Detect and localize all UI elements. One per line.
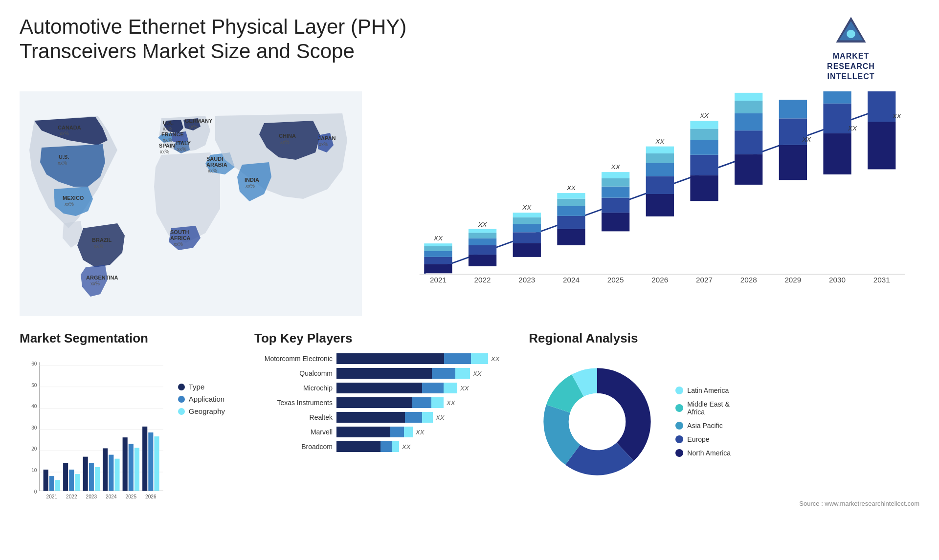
svg-text:XX: XX (744, 91, 754, 93)
svg-rect-16 (469, 233, 496, 238)
player-realtek-name: Realtek (254, 413, 333, 421)
svg-rect-68 (823, 104, 851, 133)
page-title: Automotive Ethernet Physical Layer (PHY)… (20, 15, 460, 64)
regional-dot-northam (675, 449, 683, 457)
regional-label-europe: Europe (687, 435, 709, 443)
svg-rect-112 (142, 427, 147, 491)
svg-rect-106 (114, 459, 119, 491)
svg-point-122 (569, 394, 626, 451)
player-texas-bar: XX (336, 397, 455, 408)
player-qualcomm-name: Qualcomm (254, 369, 333, 377)
saudi-label: SAUDI (206, 156, 223, 162)
svg-rect-44 (646, 153, 674, 163)
regional-label-apac: Asia Pacific (687, 422, 722, 430)
svg-rect-51 (690, 129, 718, 140)
svg-rect-43 (646, 163, 674, 176)
player-texas-value: XX (447, 399, 455, 407)
regional-title: Regional Analysis (529, 331, 919, 346)
southafrica-value: xx% (174, 241, 183, 247)
svg-rect-56 (735, 131, 762, 155)
player-qualcomm: Qualcomm XX (254, 368, 499, 379)
india-label: INDIA (245, 177, 259, 183)
svg-rect-105 (109, 455, 113, 491)
header: Automotive Ethernet Physical Layer (PHY)… (20, 15, 919, 82)
svg-text:50: 50 (31, 383, 37, 388)
player-marvell-name: Marvell (254, 428, 333, 436)
page-container: Automotive Ethernet Physical Layer (PHY)… (0, 0, 939, 560)
svg-rect-92 (44, 470, 48, 491)
svg-rect-42 (646, 176, 674, 194)
player-qualcomm-bar-visual (336, 368, 470, 379)
players-list: Motorcomm Electronic XX Qualcomm (254, 353, 499, 452)
regional-container: Regional Analysis (509, 331, 919, 517)
svg-rect-93 (49, 476, 54, 491)
svg-rect-97 (69, 470, 74, 491)
source-text: Source : www.marketresearchintellect.com (529, 500, 919, 507)
svg-text:2030: 2030 (829, 276, 846, 284)
regional-dot-latin (675, 387, 683, 394)
svg-rect-114 (154, 437, 159, 491)
player-motorcomm-value: XX (491, 355, 499, 363)
svg-rect-52 (690, 121, 718, 129)
mexico-value: xx% (65, 201, 74, 207)
legend-type: Type (178, 383, 225, 391)
player-microchip-value: XX (460, 385, 469, 392)
bar-chart-svg: 2021 XX 2022 XX 2023 XX (386, 91, 919, 297)
japan-label: JAPAN (318, 135, 336, 141)
legend-type-label: Type (189, 383, 205, 391)
svg-rect-101 (89, 463, 94, 491)
canada-value: xx% (60, 131, 69, 136)
svg-rect-21 (513, 233, 541, 243)
bottom-section: Market Segmentation 0 10 20 30 40 50 60 (20, 331, 919, 517)
player-realtek-bar: XX (336, 412, 444, 423)
regional-content: Latin America Middle East &Africa Asia P… (529, 353, 919, 490)
saudi-label2: ARABIA (206, 162, 227, 168)
spain-value: xx% (160, 149, 169, 154)
svg-rect-45 (646, 147, 674, 153)
svg-rect-38 (602, 172, 629, 178)
svg-rect-67 (823, 133, 851, 174)
svg-rect-7 (424, 257, 452, 264)
regional-legend-apac: Asia Pacific (675, 422, 731, 430)
svg-text:2022: 2022 (66, 494, 77, 499)
svg-text:2029: 2029 (784, 276, 801, 284)
player-microchip-bar-visual (336, 383, 457, 393)
player-motorcomm-bar: XX (336, 353, 499, 364)
players-container: Top Key Players Motorcomm Electronic XX (235, 331, 499, 517)
svg-text:2021: 2021 (46, 494, 58, 499)
segmentation-title: Market Segmentation (20, 331, 225, 346)
player-texas-bar-visual (336, 397, 444, 408)
player-broadcom-bar-visual (336, 441, 399, 452)
svg-rect-31 (557, 193, 585, 198)
svg-text:10: 10 (31, 468, 37, 473)
svg-text:XX: XX (699, 112, 709, 120)
svg-rect-6 (424, 264, 452, 274)
segmentation-container: Market Segmentation 0 10 20 30 40 50 60 (20, 331, 225, 517)
svg-rect-29 (557, 206, 585, 216)
logo-icon (834, 15, 868, 49)
regional-legend-europe: Europe (675, 435, 731, 443)
svg-text:2025: 2025 (126, 494, 137, 499)
svg-rect-96 (63, 463, 68, 491)
player-marvell-bar: XX (336, 427, 424, 437)
regional-label-northam: North America (687, 449, 731, 457)
player-texas-name: Texas Instruments (254, 399, 333, 407)
svg-rect-15 (469, 238, 496, 245)
southafrica-label2: AFRICA (170, 235, 191, 241)
svg-rect-36 (602, 187, 629, 198)
saudi-value: xx% (208, 168, 217, 173)
svg-rect-94 (55, 480, 60, 491)
regional-legend-latin: Latin America (675, 387, 731, 394)
svg-text:2021: 2021 (430, 276, 447, 284)
svg-text:XX: XX (522, 204, 532, 212)
france-label: FRANCE (161, 131, 184, 137)
player-realtek-bar-visual (336, 412, 433, 423)
svg-text:2024: 2024 (106, 494, 117, 499)
player-motorcomm: Motorcomm Electronic XX (254, 353, 499, 364)
regional-dot-europe (675, 435, 683, 443)
svg-rect-110 (134, 448, 139, 491)
player-microchip-name: Microchip (254, 384, 333, 392)
regional-dot-mea (675, 404, 683, 412)
svg-rect-98 (75, 474, 80, 491)
player-marvell-bar-visual (336, 427, 413, 437)
